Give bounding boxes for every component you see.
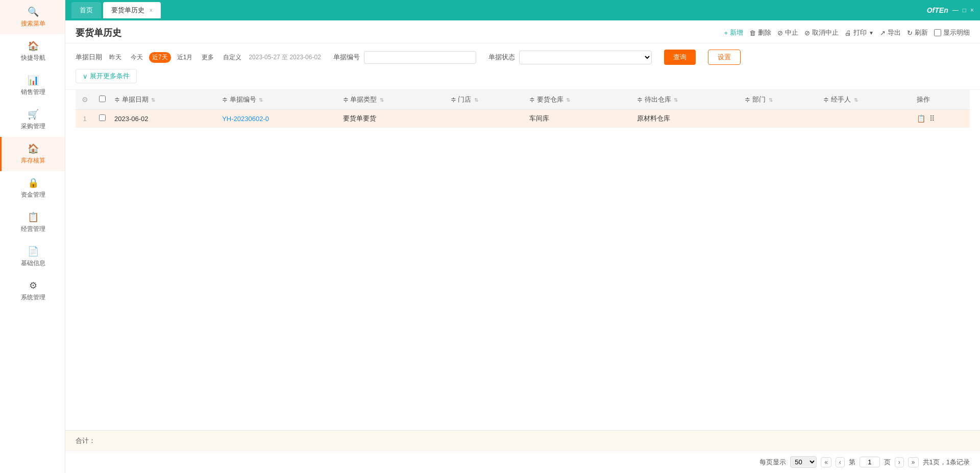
- date-range-display: 2023-05-27 至 2023-06-02: [249, 53, 321, 62]
- prev-page-btn[interactable]: ‹: [836, 457, 845, 467]
- refresh-label: 刷新: [915, 28, 928, 37]
- print-label: 打印: [853, 28, 867, 37]
- stop-icon: ⊘: [777, 29, 783, 37]
- basic-info-icon: 📄: [28, 246, 39, 257]
- date-filter-label: 单据日期: [76, 53, 102, 62]
- sidebar-item-label: 系统管理: [21, 293, 45, 302]
- total-info: 共1页，1条记录: [923, 458, 970, 467]
- cancel-stop-button[interactable]: ⊘ 取消中止: [804, 28, 839, 37]
- doc-status-select[interactable]: [519, 51, 652, 64]
- row-doc-type: 要货单要货: [339, 110, 447, 128]
- table-settings-icon[interactable]: ⚙: [76, 90, 94, 110]
- sidebar-item-label: 基础信息: [21, 259, 45, 268]
- delete-label: 删除: [758, 28, 771, 37]
- tab-home[interactable]: 首页: [71, 2, 101, 18]
- cancel-stop-label: 取消中止: [812, 28, 839, 37]
- col-req-warehouse[interactable]: ≑ 要货仓库 ⇅: [525, 90, 633, 110]
- topbar-right: OfTEn — □ ×: [927, 6, 974, 14]
- quick-nav-icon: 🏠: [28, 40, 39, 52]
- sidebar-item-search-menu[interactable]: 🔍 搜索菜单: [0, 0, 65, 34]
- print-button[interactable]: 🖨 打印 ▼: [845, 28, 874, 37]
- page-number-input[interactable]: [860, 457, 880, 467]
- new-button[interactable]: + 新增: [724, 28, 744, 37]
- summary-bar: 合计：: [65, 430, 980, 451]
- select-all-checkbox[interactable]: [99, 96, 106, 102]
- restore-btn[interactable]: □: [963, 7, 966, 14]
- sidebar-item-finance-mgmt[interactable]: 🔒 资金管理: [0, 171, 65, 205]
- per-page-select[interactable]: 20 50 100: [790, 456, 817, 468]
- brand-label: OfTEn: [927, 6, 948, 14]
- shortcut-more[interactable]: 更多: [199, 52, 217, 63]
- show-detail-label: 显示明细: [943, 28, 970, 37]
- sidebar-item-system-mgmt[interactable]: ⚙ 系统管理: [0, 274, 65, 308]
- operation-icon: 📋: [28, 211, 39, 223]
- shortcut-last7days[interactable]: 近7天: [149, 52, 171, 63]
- stop-button[interactable]: ⊘ 中止: [777, 28, 798, 37]
- expand-more-button[interactable]: ∨ 展开更多条件: [76, 69, 137, 83]
- doc-no-input[interactable]: [364, 51, 476, 64]
- main-area: 首页 要货单历史 × OfTEn — □ × 要货单历史 + 新增 🗑 删除: [65, 0, 980, 473]
- close-tab-icon[interactable]: ×: [150, 8, 153, 13]
- row-more-icon[interactable]: ⠿: [929, 114, 935, 123]
- per-page-label: 每页显示: [760, 458, 786, 467]
- table-checkbox-header[interactable]: [94, 90, 110, 110]
- shortcut-last1month[interactable]: 近1月: [174, 52, 196, 63]
- show-detail-checkbox[interactable]: [934, 29, 941, 36]
- sidebar-item-operation-mgmt[interactable]: 📋 经营管理: [0, 205, 65, 240]
- sidebar-item-sales-mgmt[interactable]: 📊 销售管理: [0, 68, 65, 103]
- sidebar-item-purchase-mgmt[interactable]: 🛒 采购管理: [0, 103, 65, 137]
- minimize-btn[interactable]: —: [952, 7, 959, 14]
- sidebar-item-quick-nav[interactable]: 🏠 快捷导航: [0, 34, 65, 68]
- row-doc-no[interactable]: YH-20230602-0: [218, 110, 339, 128]
- row-dept: [741, 110, 819, 128]
- row-checkbox[interactable]: [99, 114, 106, 121]
- sidebar-item-label: 搜索菜单: [21, 19, 45, 28]
- col-date[interactable]: ≑ 单据日期 ⇅: [110, 90, 218, 110]
- export-button[interactable]: ↗ 导出: [880, 28, 901, 37]
- tab-home-label: 首页: [80, 6, 93, 15]
- toolbar: + 新增 🗑 删除 ⊘ 中止 ⊘ 取消中止 🖨 打印: [724, 28, 970, 37]
- delete-button[interactable]: 🗑 删除: [749, 28, 771, 37]
- sort-store-icon: ⇅: [474, 97, 478, 103]
- row-date: 2023-06-02: [110, 110, 218, 128]
- shortcut-custom[interactable]: 自定义: [220, 52, 244, 63]
- doc-status-label: 单据状态: [488, 53, 515, 62]
- row-checkbox-cell[interactable]: [94, 110, 110, 128]
- next-page-btn[interactable]: ›: [895, 457, 904, 467]
- page-title: 要货单历史: [76, 27, 724, 39]
- row-edit-icon[interactable]: 📋: [917, 114, 925, 123]
- cancel-stop-icon: ⊘: [804, 29, 810, 37]
- table-row[interactable]: 1 2023-06-02 YH-20230602-0 要货单要货 车间库 原材料…: [76, 110, 970, 128]
- sort-doc-type-icon: ⇅: [380, 97, 384, 103]
- close-btn[interactable]: ×: [970, 7, 974, 14]
- sales-icon: 📊: [28, 75, 39, 86]
- row-req-warehouse: 车间库: [525, 110, 633, 128]
- setting-button[interactable]: 设置: [708, 50, 741, 65]
- col-doc-no[interactable]: ≑ 单据编号 ⇅: [218, 90, 339, 110]
- system-icon: ⚙: [29, 280, 37, 291]
- first-page-btn[interactable]: «: [821, 457, 831, 467]
- sidebar-item-inventory-check[interactable]: 🏠 库存核算: [0, 137, 65, 171]
- col-handler[interactable]: ≑ 经手人 ⇅: [819, 90, 913, 110]
- shortcut-yesterday[interactable]: 昨天: [106, 52, 125, 63]
- doc-no-link[interactable]: YH-20230602-0: [222, 115, 269, 123]
- col-dept[interactable]: ≑ 部门 ⇅: [741, 90, 819, 110]
- show-detail-toggle[interactable]: 显示明细: [934, 28, 970, 37]
- last-page-btn[interactable]: »: [908, 457, 919, 467]
- tab-requisition-history[interactable]: 要货单历史 ×: [103, 2, 161, 18]
- row-store: [447, 110, 525, 128]
- query-button[interactable]: 查询: [664, 50, 696, 65]
- expand-icon: ∨: [83, 73, 88, 80]
- col-doc-type[interactable]: ≑ 单据类型 ⇅: [339, 90, 447, 110]
- refresh-button[interactable]: ↻ 刷新: [907, 28, 928, 37]
- purchase-icon: 🛒: [28, 109, 39, 120]
- export-label: 导出: [888, 28, 901, 37]
- sort-req-warehouse-icon: ⇅: [566, 97, 570, 103]
- pagination-bar: 每页显示 20 50 100 « ‹ 第 页 › » 共1页，1条记录: [65, 451, 980, 473]
- sidebar-item-label: 经营管理: [21, 225, 45, 233]
- sidebar-item-basic-info[interactable]: 📄 基础信息: [0, 240, 65, 274]
- col-pending-warehouse[interactable]: ≑ 待出仓库 ⇅: [633, 90, 741, 110]
- col-store[interactable]: ≑ 门店 ⇅: [447, 90, 525, 110]
- inventory-icon: 🏠: [28, 143, 39, 154]
- shortcut-today[interactable]: 今天: [128, 52, 146, 63]
